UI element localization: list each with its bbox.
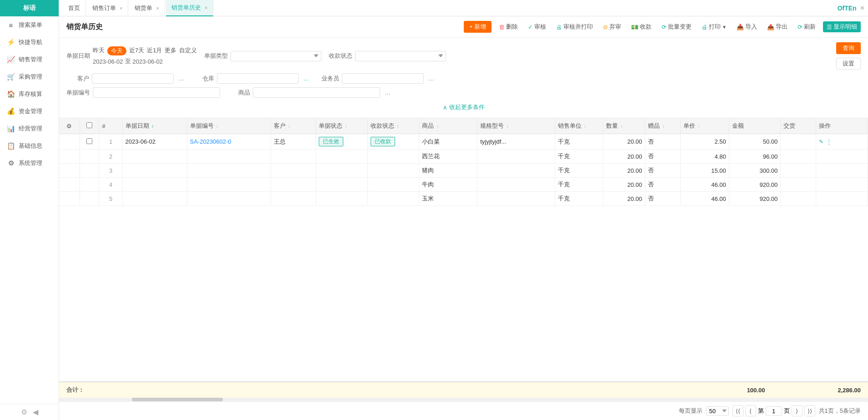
- col-doc-date[interactable]: 单据日期 ↕: [122, 118, 187, 134]
- sidebar-settings-icon[interactable]: ⚙: [21, 408, 27, 416]
- import-button[interactable]: 📥 导入: [734, 22, 760, 32]
- summary-row: 合计： 100.00 2,286.00: [59, 381, 868, 398]
- col-goods[interactable]: 商品 ↕: [419, 118, 477, 134]
- export-button[interactable]: 📤 导出: [764, 22, 790, 32]
- salesperson-label: 业务员: [316, 75, 339, 83]
- select-all-checkbox[interactable]: [86, 122, 92, 128]
- shortcut-custom[interactable]: 自定义: [179, 46, 197, 55]
- shortcut-today[interactable]: 今天: [107, 46, 126, 55]
- tab-sales-order[interactable]: 销售订单 ×: [87, 0, 128, 16]
- operation-cell[interactable]: [816, 164, 868, 178]
- tab-sales-history-close[interactable]: ×: [205, 5, 207, 10]
- operation-cell[interactable]: [816, 192, 868, 206]
- collapse-filter-button[interactable]: ∧ 收起更多条件: [66, 101, 861, 113]
- sidebar-item-sys-mgmt[interactable]: ⚙ 系统管理: [0, 155, 59, 172]
- doc-number-cell[interactable]: [187, 150, 271, 164]
- tab-sales-goods[interactable]: 销货单 ×: [129, 0, 165, 16]
- customer-ellipsis-btn[interactable]: …: [178, 75, 184, 82]
- sidebar-item-sales-mgmt[interactable]: 📈 销售管理: [0, 51, 59, 68]
- sidebar-item-search-menu[interactable]: ≡ 搜索菜单: [0, 16, 59, 34]
- first-page-button[interactable]: ⟨⟨: [733, 405, 743, 416]
- doc-number-link[interactable]: SA-20230602-0: [190, 138, 231, 145]
- abandon-button[interactable]: ⊘ 弃审: [600, 22, 624, 32]
- per-page-select[interactable]: 50 100 200: [706, 406, 729, 416]
- col-sales-unit[interactable]: 销售单位 ↕: [555, 118, 603, 134]
- last-page-button[interactable]: ⟩⟩: [804, 405, 815, 416]
- tab-sales-goods-close[interactable]: ×: [156, 5, 159, 11]
- operation-cell[interactable]: ✎⋮: [816, 134, 868, 150]
- sidebar-item-finance-mgmt[interactable]: 💰 资金管理: [0, 103, 59, 120]
- audit-print-button[interactable]: 🖨 审核并打印: [553, 22, 596, 32]
- doc-number-cell[interactable]: [187, 192, 271, 206]
- tab-sales-history[interactable]: 销货单历史 ×: [166, 0, 213, 16]
- row-checkbox[interactable]: [86, 138, 92, 144]
- trade-cell: [781, 150, 816, 164]
- col-settings[interactable]: ⚙: [59, 118, 80, 134]
- sidebar-item-quick-nav[interactable]: ⚡ 快捷导航: [0, 34, 59, 51]
- shortcut-7days[interactable]: 近7天: [129, 46, 144, 55]
- col-payment-status[interactable]: 收款状态 ↕: [367, 118, 419, 134]
- goods-ellipsis-btn[interactable]: …: [385, 89, 391, 96]
- doc-number-cell[interactable]: [187, 178, 271, 192]
- col-doc-number[interactable]: 单据编号 ↕: [187, 118, 271, 134]
- col-customer[interactable]: 客户 ↕: [271, 118, 316, 134]
- horizontal-scrollbar[interactable]: [59, 398, 868, 401]
- audit-button[interactable]: ✓ 审核: [525, 22, 549, 32]
- col-checkbox[interactable]: [80, 118, 99, 134]
- page-number-input[interactable]: [766, 406, 782, 416]
- sidebar-item-ops-mgmt[interactable]: 📊 经营管理: [0, 120, 59, 137]
- col-gift[interactable]: 赠品 ↕: [645, 118, 681, 134]
- salesperson-input[interactable]: [342, 73, 424, 84]
- delete-icon: 🗑: [499, 24, 505, 30]
- row-checkbox-cell[interactable]: [80, 178, 99, 192]
- sidebar-item-purchase-mgmt[interactable]: 🛒 采购管理: [0, 68, 59, 85]
- shortcut-yesterday[interactable]: 昨天: [93, 46, 105, 55]
- sidebar-collapse-icon[interactable]: ◀: [33, 408, 38, 416]
- col-doc-status[interactable]: 单据状态 ↕: [316, 118, 368, 134]
- pagination-bar: 每页显示 50 100 200 ⟨⟨ ⟨ 第 页 ⟩ ⟩⟩ 共1页，5条记录: [59, 401, 868, 420]
- prev-page-button[interactable]: ⟨: [745, 405, 756, 416]
- doc-type-select[interactable]: [231, 51, 321, 61]
- next-page-button[interactable]: ⟩: [792, 405, 803, 416]
- setting-button[interactable]: 设置: [836, 58, 861, 70]
- delete-button[interactable]: 🗑 删除: [496, 22, 521, 32]
- warehouse-ellipsis-btn[interactable]: …: [303, 75, 309, 82]
- window-close-button[interactable]: ×: [860, 4, 864, 12]
- payment-status-select[interactable]: [355, 51, 446, 61]
- sidebar-item-inventory[interactable]: 🏠 库存核算: [0, 85, 59, 103]
- show-details-button[interactable]: ☰ 显示明细: [823, 21, 861, 32]
- sidebar-item-basic-info[interactable]: 📋 基础信息: [0, 137, 59, 155]
- new-button[interactable]: + 新增: [464, 21, 492, 33]
- print-button[interactable]: 🖨 打印 ▼: [699, 22, 729, 32]
- more-op-btn[interactable]: ⋮: [826, 139, 832, 145]
- shortcut-more[interactable]: 更多: [165, 46, 176, 55]
- col-quantity[interactable]: 数量 ↕: [603, 118, 645, 134]
- query-button[interactable]: 查询: [836, 42, 861, 54]
- row-checkbox-cell[interactable]: [80, 164, 99, 178]
- row-checkbox-cell[interactable]: [80, 150, 99, 164]
- operation-cell[interactable]: [816, 178, 868, 192]
- refresh-button[interactable]: ⟳ 刷新: [795, 22, 818, 32]
- tab-sales-order-close[interactable]: ×: [120, 5, 122, 11]
- doc-number-input[interactable]: [93, 87, 220, 98]
- doc-number-cell[interactable]: [187, 164, 271, 178]
- edit-op-btn[interactable]: ✎: [819, 139, 823, 145]
- col-amount[interactable]: 金额: [729, 118, 781, 134]
- customer-input[interactable]: [92, 73, 174, 84]
- receive-button[interactable]: 💵 收款: [628, 22, 654, 32]
- salesperson-ellipsis-btn[interactable]: …: [428, 75, 434, 82]
- goods-input[interactable]: [253, 87, 380, 98]
- row-checkbox-cell[interactable]: [80, 134, 99, 150]
- warehouse-input[interactable]: [217, 73, 299, 84]
- col-unit-price[interactable]: 单价 ↕: [681, 118, 729, 134]
- unit-price-cell: 4.80: [681, 150, 729, 164]
- batch-change-button[interactable]: ⟳ 批量变更: [659, 22, 694, 32]
- row-checkbox-cell[interactable]: [80, 192, 99, 206]
- shortcut-1month[interactable]: 近1月: [147, 46, 162, 55]
- operation-cell[interactable]: [816, 150, 868, 164]
- doc-number-cell[interactable]: SA-20230602-0: [187, 134, 271, 150]
- tab-home[interactable]: 首页: [63, 0, 86, 16]
- doc-status-cell: [316, 192, 368, 206]
- scroll-thumb[interactable]: [132, 398, 223, 401]
- col-spec[interactable]: 规格型号 ↕: [477, 118, 555, 134]
